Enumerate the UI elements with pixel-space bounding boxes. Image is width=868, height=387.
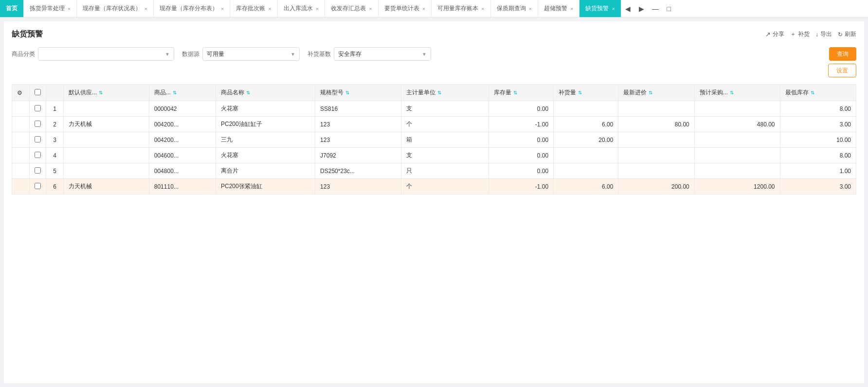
th-min-stock-label: 最低库存	[785, 88, 809, 97]
row-estimated-purchase-1: 480.00	[694, 117, 780, 132]
tab-prev-btn[interactable]: ◀	[621, 0, 635, 18]
select-all-checkbox[interactable]	[35, 89, 41, 95]
row-checkbox-input-1[interactable]	[35, 121, 41, 127]
row-min-stock-1: 3.00	[780, 117, 856, 132]
tab-inout-flow[interactable]: 出入库流水 ×	[278, 0, 325, 18]
row-spec-4: DS250*23c...	[315, 163, 401, 179]
query-button[interactable]: 查询	[829, 47, 856, 61]
row-num-4: 5	[46, 163, 64, 179]
row-supplier-1: 力天机械	[64, 117, 149, 132]
row-replenish-qty-2: 20.00	[554, 132, 618, 148]
row-checkbox-3[interactable]	[30, 148, 46, 163]
row-spec-5: 123	[315, 179, 401, 194]
export-button[interactable]: ↓ 导出	[815, 30, 832, 38]
replenish-base-select[interactable]: 安全库存 ▼	[334, 47, 431, 61]
th-product-code-sort: ⇅	[173, 90, 177, 95]
tab-minimize-btn[interactable]: —	[649, 0, 662, 18]
th-estimated-purchase-sort: ⇅	[730, 90, 734, 95]
tab-inventory-dist[interactable]: 现存量（库存分布表） ×	[154, 0, 230, 18]
row-name-2: 三九	[216, 132, 315, 148]
row-name-0: 火花塞	[216, 101, 315, 117]
refresh-icon: ↻	[838, 31, 843, 38]
tab-inventory-status-close[interactable]: ×	[144, 6, 147, 12]
tab-demand-stats[interactable]: 要货单统计表 ×	[379, 0, 432, 18]
th-spec-sort: ⇅	[345, 90, 349, 95]
row-checkbox-2[interactable]	[30, 132, 46, 148]
row-stock-0: 0.00	[488, 101, 553, 117]
tab-collect-summary-label: 收发存汇总表	[331, 4, 366, 13]
th-product-name-label: 商品名称	[221, 88, 244, 97]
page-title: 缺货预警	[12, 29, 43, 39]
th-unit-label: 主计量单位	[406, 88, 435, 97]
th-min-stock[interactable]: 最低库存 ⇅	[780, 85, 856, 101]
row-supplier-5: 力天机械	[64, 179, 149, 194]
replenish-button[interactable]: ＋ 补货	[790, 30, 810, 38]
tab-available-ledger[interactable]: 可用量库存账本 ×	[432, 0, 490, 18]
share-button[interactable]: ↗ 分享	[765, 30, 784, 38]
th-product-code[interactable]: 商品... ⇅	[149, 85, 216, 101]
tab-shortage-close[interactable]: ×	[612, 6, 615, 12]
row-checkbox-input-2[interactable]	[35, 136, 41, 142]
th-default-supplier[interactable]: 默认供应... ⇅	[64, 85, 149, 101]
tab-batch-account[interactable]: 库存批次账 ×	[230, 0, 277, 18]
tab-overstock-close[interactable]: ×	[570, 6, 573, 12]
row-stock-3: 0.00	[488, 148, 553, 163]
row-checkbox-input-0[interactable]	[35, 105, 41, 111]
main-content: 缺货预警 ↗ 分享 ＋ 补货 ↓ 导出 ↻ 刷新 商品分类	[4, 21, 864, 383]
row-checkbox-input-4[interactable]	[35, 167, 41, 174]
data-table: ⚙ 默认供应... ⇅ 商品...	[12, 84, 856, 194]
row-checkbox-input-3[interactable]	[35, 152, 41, 158]
th-default-supplier-label: 默认供应...	[69, 88, 97, 97]
tab-inout-flow-close[interactable]: ×	[316, 6, 319, 12]
tab-collect-summary-close[interactable]: ×	[369, 6, 372, 12]
th-spec-label: 规格型号	[320, 88, 344, 97]
row-stock-4: 0.00	[488, 163, 553, 179]
row-min-stock-5: 3.00	[780, 179, 856, 194]
row-checkbox-0[interactable]	[30, 101, 46, 117]
tab-exception-close[interactable]: ×	[68, 6, 71, 12]
th-replenish-qty[interactable]: 补货量 ⇅	[554, 85, 618, 101]
th-replenish-qty-sort: ⇅	[578, 90, 582, 95]
row-code-3: 004600...	[149, 148, 216, 163]
tab-shortage[interactable]: 缺货预警 ×	[579, 0, 621, 18]
row-checkbox-1[interactable]	[30, 117, 46, 132]
tab-home[interactable]: 首页	[0, 0, 24, 18]
tab-overstock[interactable]: 超储预警 ×	[538, 0, 579, 18]
refresh-label: 刷新	[845, 30, 856, 38]
tab-maximize-btn[interactable]: □	[662, 0, 676, 18]
row-replenish-qty-5: 6.00	[554, 179, 618, 194]
th-product-name-sort: ⇅	[246, 90, 250, 95]
tab-shortage-label: 缺货预警	[585, 4, 609, 13]
tab-available-ledger-close[interactable]: ×	[481, 6, 484, 12]
row-num-1: 2	[46, 117, 64, 132]
th-stock-label: 库存量	[494, 88, 511, 97]
tab-batch-account-label: 库存批次账	[236, 4, 265, 13]
settings-button[interactable]: 设置	[828, 64, 856, 77]
tab-expiry-query[interactable]: 保质期查询 ×	[491, 0, 538, 18]
tab-inventory-dist-close[interactable]: ×	[221, 6, 224, 12]
row-checkbox-5[interactable]	[30, 179, 46, 194]
th-latest-price[interactable]: 最新进价 ⇅	[618, 85, 694, 101]
category-select[interactable]: ▼	[38, 47, 174, 61]
tab-batch-account-close[interactable]: ×	[268, 6, 271, 12]
th-estimated-purchase[interactable]: 预计采购... ⇅	[694, 85, 780, 101]
th-stock[interactable]: 库存量 ⇅	[488, 85, 553, 101]
row-name-3: 火花塞	[216, 148, 315, 163]
tab-exception[interactable]: 拣货异常处理 ×	[24, 0, 77, 18]
data-source-select[interactable]: 可用量 ▼	[202, 47, 300, 61]
tab-next-btn[interactable]: ▶	[635, 0, 649, 18]
tab-collect-summary[interactable]: 收发存汇总表 ×	[325, 0, 378, 18]
tab-demand-stats-close[interactable]: ×	[422, 6, 425, 12]
th-checkbox[interactable]	[30, 85, 46, 101]
row-code-1: 004200...	[149, 117, 216, 132]
row-checkbox-4[interactable]	[30, 163, 46, 179]
row-checkbox-input-5[interactable]	[35, 183, 41, 189]
refresh-button[interactable]: ↻ 刷新	[838, 30, 856, 38]
tab-expiry-query-close[interactable]: ×	[529, 6, 532, 12]
th-spec[interactable]: 规格型号 ⇅	[315, 85, 401, 101]
th-unit[interactable]: 主计量单位 ⇅	[401, 85, 489, 101]
tab-demand-stats-label: 要货单统计表	[384, 4, 419, 13]
tab-inventory-status[interactable]: 现存量（库存状况表） ×	[77, 0, 153, 18]
th-gear[interactable]: ⚙	[12, 85, 30, 101]
th-product-name[interactable]: 商品名称 ⇅	[216, 85, 315, 101]
